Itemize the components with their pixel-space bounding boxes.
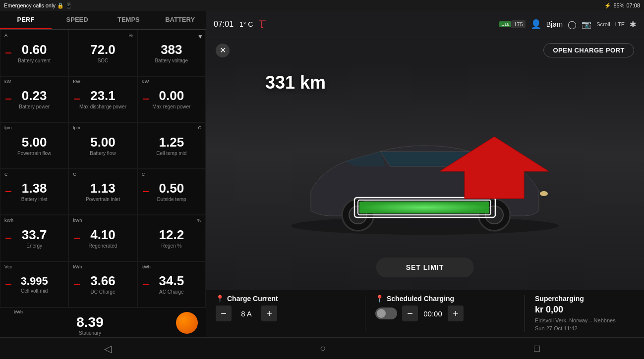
charge-current-icon: 📍 — [216, 295, 224, 303]
bluetooth-top-icon: ✱ — [630, 20, 636, 29]
user-name: Bjørn — [546, 20, 563, 28]
nav-back-button[interactable]: ◁ — [94, 339, 121, 359]
car-visualization: 331 km — [206, 62, 644, 290]
car-svg — [281, 107, 569, 246]
metric-battery-voltage: 383 Battery voltage ▼ — [137, 30, 206, 76]
charge-header: ✕ OPEN CHARGE PORT — [206, 38, 644, 62]
charge-current-value: 8 A — [236, 309, 256, 318]
metric-soc: % 72.0 SOC — [68, 30, 137, 76]
status-bar-left: Emergency calls only 🔒 📱 — [4, 2, 72, 9]
status-bar: Emergency calls only 🔒 📱 ⚡ 85% 07:08 — [0, 0, 644, 11]
charge-current-section: 📍 Charge Current − 8 A + — [216, 295, 355, 321]
scheduled-charging-label: 📍 Scheduled Charging — [375, 295, 515, 303]
tabs: PERF SPEED TEMPS BATTERY — [0, 11, 206, 30]
metric-regenerated: kWh 4.10 Regenerated — [68, 215, 137, 261]
dropdown-icon[interactable]: ▼ — [197, 33, 203, 40]
metric-battery-current: A 0.60 Battery current — [0, 30, 68, 76]
topbar-icons: 175 👤 Bjørn ◯ 📷 Scroll LTE ✱ — [511, 19, 636, 30]
scheduled-charging-plus-button[interactable]: + — [448, 306, 464, 321]
nav-recent-button[interactable]: □ — [524, 339, 550, 358]
metric-cell-temp: C 1.25 Cell temp mid — [137, 122, 206, 169]
metrics-grid: A 0.60 Battery current % 72.0 SOC 383 Ba… — [0, 30, 206, 308]
tab-temps[interactable]: TEMPS — [103, 11, 155, 29]
supercharging-section: Supercharging kr 0,00 Eidsvoll Verk, Nor… — [535, 295, 634, 332]
svg-point-9 — [540, 191, 548, 196]
supercharging-title: Supercharging — [535, 295, 634, 303]
status-bar-right: ⚡ 85% 07:08 — [604, 2, 640, 9]
user-icon: 👤 — [530, 19, 541, 30]
charge-current-plus-button[interactable]: + — [261, 306, 277, 321]
metric-battery-flow: lpm 5.00 Battery flow — [68, 122, 137, 169]
metric-battery-power: kW 0.23 Battery power — [0, 76, 68, 123]
battery-level: 175 — [511, 20, 525, 28]
scheduled-charging-minus-button[interactable]: − — [402, 306, 418, 321]
orange-circle — [176, 312, 198, 334]
tab-perf[interactable]: PERF — [0, 11, 52, 29]
metric-regen-percent: % 12.2 Regen % — [137, 215, 206, 261]
supercharging-price: kr 0,00 — [535, 305, 634, 315]
left-panel: PERF SPEED TEMPS BATTERY A 0.60 Battery … — [0, 11, 206, 337]
metric-stationary: kWh 8.39 Stationary — [4, 309, 176, 336]
car-container — [281, 107, 569, 246]
tab-speed[interactable]: SPEED — [52, 11, 103, 29]
topbar-time: 07:01 — [214, 20, 234, 29]
bottom-row: kWh 8.39 Stationary — [0, 308, 206, 337]
metric-max-discharge: KW 23.1 Max discharge power — [68, 76, 137, 123]
charge-content: ✕ OPEN CHARGE PORT 331 km — [206, 38, 644, 337]
metric-dc-charge: kWh 3.66 DC Charge — [68, 261, 137, 308]
scheduled-charging-time: 00:00 — [423, 309, 443, 318]
emergency-calls-text: Emergency calls only 🔒 📱 — [4, 2, 72, 9]
metric-powertrain-flow: lpm 5.00 Powertrain flow — [0, 122, 68, 169]
svg-rect-7 — [359, 202, 489, 213]
time-text: 07:08 — [626, 2, 640, 8]
scheduled-charging-icon: 📍 — [375, 295, 384, 303]
tab-battery[interactable]: BATTERY — [154, 11, 206, 29]
scroll-label: Scroll — [596, 21, 610, 27]
charge-current-label: 📍 Charge Current — [216, 295, 355, 303]
supercharging-location: Eidsvoll Verk, Norway – Nebbnes Sun 27 O… — [535, 317, 634, 332]
charge-current-controls: − 8 A + — [216, 306, 355, 321]
divider-2 — [525, 295, 525, 332]
close-button[interactable]: ✕ — [216, 44, 230, 57]
camera-icon: 📷 — [582, 20, 591, 29]
divider-1 — [365, 295, 365, 332]
metric-ac-charge: kWh 34.5 AC Charge — [137, 261, 206, 308]
main-area: PERF SPEED TEMPS BATTERY A 0.60 Battery … — [0, 11, 644, 337]
scheduled-charging-controls: − 00:00 + — [375, 306, 515, 321]
nav-bar: ◁ ○ □ — [0, 337, 644, 359]
distance-label: 331 km — [265, 72, 326, 93]
metric-outside-temp: C 0.50 Outside temp — [137, 169, 206, 215]
lte-icon: LTE — [615, 21, 625, 27]
battery-badge: E16 — [499, 21, 511, 27]
metric-powertrain-inlet: C 1.13 Powertrain inlet — [68, 169, 137, 215]
bottom-controls: 📍 Charge Current − 8 A + 📍 Scheduled Cha… — [206, 290, 644, 337]
topbar-temp: 1° C — [239, 20, 253, 28]
right-panel: 07:01 1° C 𝕋 E16 175 👤 Bjørn ◯ 📷 Scroll … — [206, 11, 644, 337]
bottom-value: 8.39 — [76, 314, 104, 330]
nav-home-button[interactable]: ○ — [310, 339, 336, 358]
metric-max-regen: KW 0.00 Max regen power — [137, 76, 206, 123]
bluetooth-icon: ⚡ — [604, 2, 611, 9]
tesla-topbar: 07:01 1° C 𝕋 E16 175 👤 Bjørn ◯ 📷 Scroll … — [206, 11, 644, 38]
scheduled-charging-toggle[interactable] — [375, 308, 397, 319]
bottom-unit: kWh — [4, 309, 23, 314]
metric-energy: kWh 33.7 Energy — [0, 215, 68, 261]
open-charge-port-button[interactable]: OPEN CHARGE PORT — [543, 43, 634, 57]
metric-cell-volt-mid: Vcc 3.995 Cell volt mid — [0, 261, 68, 308]
metric-battery-inlet: C 1.38 Battery inlet — [0, 169, 68, 215]
set-limit-button[interactable]: SET LIMIT — [376, 257, 474, 277]
circle-icon: ◯ — [568, 20, 577, 29]
tesla-logo-icon: 𝕋 — [259, 18, 266, 30]
battery-text: 85% — [613, 2, 624, 8]
scheduled-charging-section: 📍 Scheduled Charging − 00:00 + — [375, 295, 515, 321]
bottom-label: Stationary — [79, 330, 101, 336]
charge-current-minus-button[interactable]: − — [216, 306, 232, 321]
svg-point-0 — [291, 217, 559, 235]
